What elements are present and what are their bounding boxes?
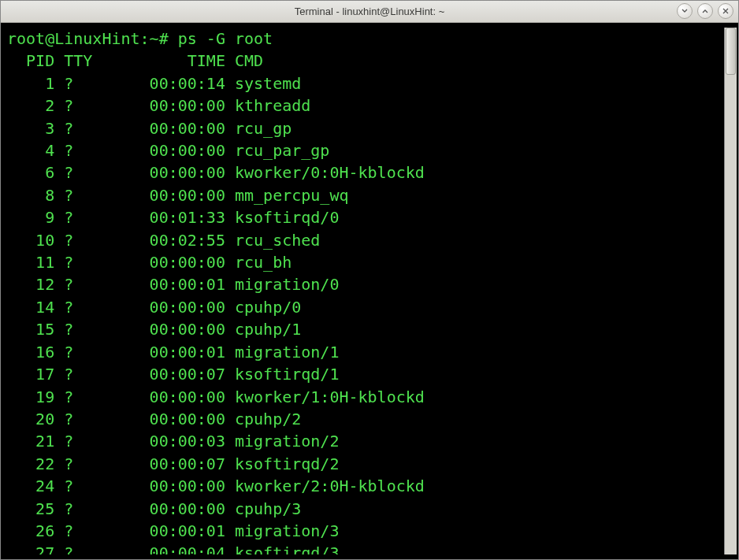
minimize-icon	[681, 7, 689, 15]
close-button[interactable]	[718, 3, 733, 19]
titlebar: Terminal - linuxhint@LinuxHint: ~	[1, 1, 738, 23]
terminal-container: root@LinuxHint:~# ps -G root PID TTY TIM…	[1, 23, 738, 559]
window-controls	[677, 3, 733, 19]
maximize-icon	[701, 7, 709, 15]
scrollbar-thumb[interactable]	[726, 28, 736, 75]
maximize-button[interactable]	[697, 3, 713, 19]
minimize-button[interactable]	[677, 3, 693, 19]
scrollbar[interactable]	[724, 28, 737, 554]
window-title: Terminal - linuxhint@LinuxHint: ~	[295, 6, 445, 17]
terminal-output[interactable]: root@LinuxHint:~# ps -G root PID TTY TIM…	[7, 28, 724, 554]
close-icon	[722, 7, 730, 15]
